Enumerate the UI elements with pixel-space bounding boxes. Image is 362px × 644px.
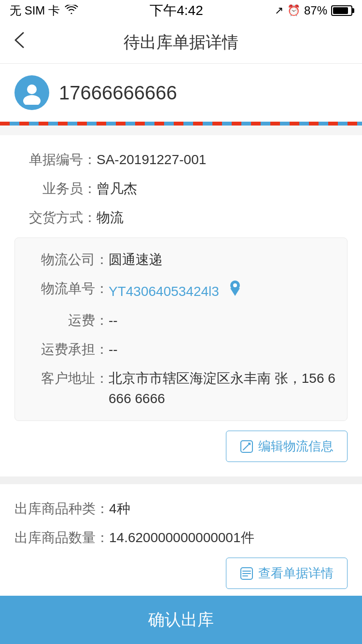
logistics-tracking-row: 物流单号： YT43064053424l3 [27, 279, 335, 302]
delivery-method-row: 交货方式： 物流 [14, 208, 348, 228]
back-button[interactable] [14, 31, 24, 54]
salesperson-row: 业务员： 曾凡杰 [14, 179, 348, 199]
address-label: 客户地址： [27, 368, 109, 389]
location-pin-icon[interactable] [228, 284, 242, 299]
status-indicators: ↗ ⏰ 87% [275, 4, 352, 17]
product-quantity-row: 出库商品数量： 14.620000000000001件 [14, 528, 348, 548]
address-row: 客户地址： 北京市市辖区海淀区永丰南 张，156 6666 6666 [27, 368, 335, 409]
product-types-value: 4种 [109, 499, 348, 519]
svg-point-1 [23, 95, 41, 105]
address-value: 北京市市辖区海淀区永丰南 张，156 6666 6666 [109, 368, 335, 409]
section-divider [0, 476, 362, 484]
product-types-row: 出库商品种类： 4种 [14, 499, 348, 519]
product-quantity-value: 14.620000000000001件 [109, 528, 348, 548]
battery-percentage: 87% [304, 4, 327, 17]
confirm-outbound-button[interactable]: 确认出库 [0, 596, 362, 644]
user-header: 17666666666 [0, 64, 362, 122]
battery-icon [331, 5, 352, 16]
freight-label: 运费： [27, 310, 109, 331]
edit-btn-row: 编辑物流信息 [14, 431, 348, 462]
carrier-text: 无 SIM 卡 [10, 3, 60, 18]
document-info-section: 单据编号： SA-20191227-001 业务员： 曾凡杰 交货方式： 物流 … [0, 135, 362, 476]
location-icon: ↗ [275, 4, 283, 17]
logistics-card: 物流公司： 圆通速递 物流单号： YT43064053424l3 [14, 238, 348, 421]
svg-marker-3 [230, 288, 240, 296]
svg-point-4 [233, 283, 237, 287]
salesperson-label: 业务员： [14, 179, 97, 199]
view-btn-row: 查看单据详情 [14, 558, 348, 589]
dashed-divider [0, 122, 362, 126]
delivery-method-value: 物流 [97, 208, 348, 228]
svg-line-6 [243, 443, 250, 450]
wifi-icon [65, 4, 78, 17]
edit-logistics-button[interactable]: 编辑物流信息 [226, 431, 348, 462]
bottom-container: 确认出库 [0, 596, 362, 644]
user-phone: 17666666666 [59, 82, 177, 104]
logistics-tracking-label: 物流单号： [27, 279, 109, 299]
svg-point-0 [27, 84, 37, 94]
freight-row: 运费： -- [27, 310, 335, 331]
logistics-company-label: 物流公司： [27, 250, 109, 270]
alarm-icon: ⏰ [287, 4, 300, 17]
status-time: 下午4:42 [150, 1, 203, 20]
logistics-tracking-value: YT43064053424l3 [109, 279, 335, 302]
doc-number-row: 单据编号： SA-20191227-001 [14, 150, 348, 170]
page-title: 待出库单据详情 [124, 31, 238, 54]
freight-bearer-row: 运费承担： -- [27, 339, 335, 360]
nav-bar: 待出库单据详情 [0, 21, 362, 64]
product-types-label: 出库商品种类： [14, 499, 109, 519]
doc-number-value: SA-20191227-001 [97, 150, 348, 170]
doc-number-label: 单据编号： [14, 150, 97, 170]
edit-logistics-label: 编辑物流信息 [258, 438, 334, 455]
salesperson-value: 曾凡杰 [97, 179, 348, 199]
freight-value: -- [109, 310, 335, 331]
confirm-outbound-label: 确认出库 [148, 609, 214, 631]
view-details-button[interactable]: 查看单据详情 [226, 558, 348, 589]
logistics-company-value: 圆通速递 [109, 250, 335, 270]
view-details-label: 查看单据详情 [258, 565, 334, 582]
product-quantity-label: 出库商品数量： [14, 528, 109, 548]
freight-bearer-value: -- [109, 339, 335, 360]
status-bar: 无 SIM 卡 下午4:42 ↗ ⏰ 87% [0, 0, 362, 21]
logistics-company-row: 物流公司： 圆通速递 [27, 250, 335, 270]
delivery-method-label: 交货方式： [14, 208, 97, 228]
freight-bearer-label: 运费承担： [27, 339, 109, 360]
status-carrier: 无 SIM 卡 [10, 3, 78, 18]
avatar [14, 75, 49, 110]
products-section: 出库商品种类： 4种 出库商品数量： 14.620000000000001件 查… [0, 484, 362, 603]
